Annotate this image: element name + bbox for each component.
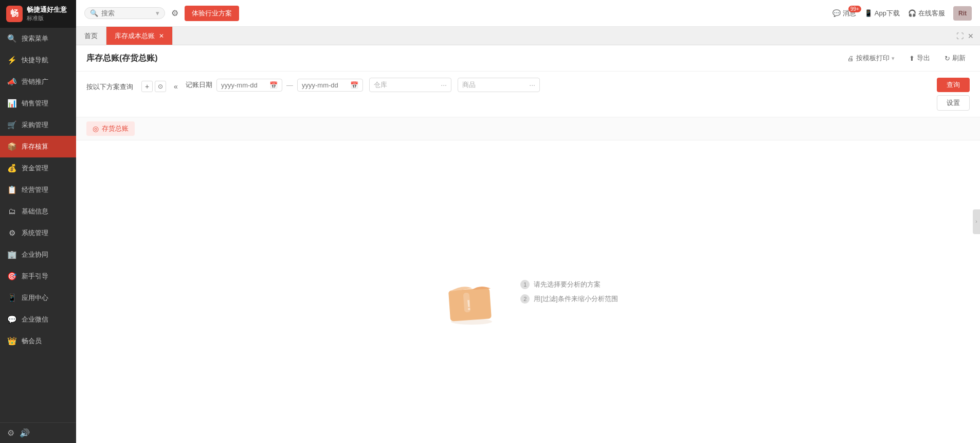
sales-icon: 📊: [7, 99, 16, 108]
sidebar-item-enterprise[interactable]: 🏢 企业协同: [0, 244, 76, 265]
date-separator: —: [286, 81, 293, 89]
message-button[interactable]: 💬 消息 99+: [832, 9, 856, 18]
filter-area: 按以下方案查询 + ⊙ « 记账日期 📅 — 📅: [76, 72, 980, 117]
sidebar-item-purchase[interactable]: 🛒 采购管理: [0, 114, 76, 136]
message-badge: 99+: [848, 6, 861, 12]
system-icon: ⚙: [7, 228, 16, 238]
query-button[interactable]: 查询: [937, 78, 970, 92]
volume-icon[interactable]: 🔊: [20, 428, 30, 438]
main-area: 🔍 ▾ ⚙ 体验行业方案 💬 消息 99+ 📱 App下载 🎧 在线客服 Rit: [76, 0, 980, 443]
sidebar-item-label: 快捷导航: [22, 56, 48, 65]
sidebar-item-marketing[interactable]: 📣 营销推广: [0, 71, 76, 93]
enterprise-icon: 🏢: [7, 250, 16, 259]
warehouse-more-icon[interactable]: ···: [441, 81, 447, 89]
phone-icon: 📱: [864, 9, 873, 17]
tip-num-2: 2: [520, 294, 530, 304]
online-service-button[interactable]: 🎧 在线客服: [908, 9, 945, 18]
sidebar-item-member[interactable]: 👑 畅会员: [0, 330, 76, 352]
sidebar-item-finance[interactable]: 💰 资金管理: [0, 157, 76, 179]
empty-illustration: !: [438, 261, 500, 323]
topbar-gear-icon[interactable]: ⚙: [171, 8, 178, 18]
topbar-search-wrap[interactable]: 🔍 ▾: [84, 7, 165, 19]
basicinfo-icon: 🗂: [7, 207, 16, 216]
app-download-button[interactable]: 📱 App下载: [864, 9, 900, 18]
date-start-input-wrap[interactable]: 📅: [216, 79, 282, 92]
logo-text: 畅捷通好生意 标准版: [27, 5, 67, 23]
settings-button[interactable]: 设置: [937, 95, 970, 111]
sidebar-bottom: ⚙ 🔊: [0, 422, 76, 443]
page-title: 库存总账(存货总账): [86, 53, 158, 64]
filter-add-button[interactable]: +: [141, 81, 153, 92]
date-label: 记账日期: [186, 80, 212, 90]
date-end-input[interactable]: [302, 81, 348, 89]
calendar-end-icon[interactable]: 📅: [350, 81, 358, 89]
app-title: 畅捷通好生意: [27, 5, 67, 14]
sidebar-item-label: 采购管理: [22, 120, 48, 130]
app-subtitle: 标准版: [27, 14, 67, 22]
marketing-icon: 📣: [7, 77, 16, 86]
export-icon: ⬆: [909, 55, 915, 62]
scheme-icon: ◎: [93, 125, 99, 133]
sidebar-item-newguide[interactable]: 🎯 新手引导: [0, 265, 76, 287]
sidebar-item-label: 经营管理: [22, 185, 48, 194]
page-actions: 🖨 按模板打印 ▾ ⬆ 导出 ↻ 刷新: [843, 51, 970, 65]
sidebar-item-shortcut[interactable]: ⚡ 快捷导航: [0, 49, 76, 71]
logo-icon: 畅: [6, 6, 23, 22]
sidebar-item-sales[interactable]: 📊 销售管理: [0, 93, 76, 114]
print-button[interactable]: 🖨 按模板打印 ▾: [843, 51, 899, 65]
sidebar-item-system[interactable]: ⚙ 系统管理: [0, 222, 76, 244]
sidebar-item-search[interactable]: 🔍 搜索菜单: [0, 28, 76, 49]
tabbar: 首页 库存成本总账 ✕ ⛶ ✕: [76, 27, 980, 45]
sidebar-item-appcenter[interactable]: 📱 应用中心: [0, 287, 76, 309]
tab-home[interactable]: 首页: [76, 27, 106, 45]
shortcut-icon: ⚡: [7, 56, 16, 65]
topbar-search-icon: 🔍: [90, 9, 98, 17]
sidebar-item-label: 系统管理: [22, 228, 48, 238]
tab-close-all-icon[interactable]: ✕: [968, 32, 974, 40]
refresh-button[interactable]: ↻ 刷新: [940, 51, 970, 65]
warehouse-select[interactable]: 仓库 ···: [369, 78, 451, 92]
scheme-item-inventory[interactable]: ◎ 存货总账: [86, 121, 135, 136]
member-icon: 👑: [7, 336, 16, 346]
right-panel-toggle[interactable]: ›: [973, 209, 980, 234]
tip-num-1: 1: [520, 280, 530, 289]
sidebar-item-label: 营销推广: [22, 77, 48, 86]
trial-button[interactable]: 体验行业方案: [185, 6, 239, 21]
product-select[interactable]: 商品 ···: [458, 78, 540, 92]
tab-close-icon[interactable]: ✕: [159, 32, 164, 40]
tab-expand-icon[interactable]: ⛶: [956, 32, 964, 40]
filter-plan-button[interactable]: ⊙: [155, 81, 166, 92]
user-avatar[interactable]: Rit: [953, 6, 972, 21]
refresh-icon: ↻: [945, 55, 950, 62]
topbar-search-input[interactable]: [101, 9, 153, 17]
headset-icon: 🎧: [908, 9, 916, 17]
corpwechat-icon: 💬: [7, 315, 16, 324]
date-end-input-wrap[interactable]: 📅: [297, 79, 363, 92]
settings-icon[interactable]: ⚙: [7, 428, 14, 438]
empty-svg-illustration: !: [438, 261, 505, 328]
scheme-area: ◎ 存货总账: [76, 117, 980, 140]
sidebar-item-label: 资金管理: [22, 164, 48, 173]
topbar-search-dropdown-icon[interactable]: ▾: [156, 9, 159, 17]
sidebar-item-operations[interactable]: 📋 经营管理: [0, 179, 76, 201]
empty-tips: 1 请先选择要分析的方案 2 用[过滤]条件来缩小分析范围: [520, 280, 618, 304]
operations-icon: 📋: [7, 185, 16, 194]
date-start-input[interactable]: [221, 81, 267, 89]
sidebar-item-inventory[interactable]: 📦 库存核算: [0, 136, 76, 157]
empty-tip-1: 1 请先选择要分析的方案: [520, 280, 618, 289]
topbar-right: 💬 消息 99+ 📱 App下载 🎧 在线客服 Rit: [832, 6, 972, 21]
product-more-icon[interactable]: ···: [529, 81, 535, 89]
tab-inventory-ledger[interactable]: 库存成本总账 ✕: [106, 27, 173, 45]
search-menu-icon: 🔍: [7, 34, 16, 43]
export-button[interactable]: ⬆ 导出: [905, 51, 934, 65]
sidebar-logo: 畅 畅捷通好生意 标准版: [0, 0, 76, 28]
purchase-icon: 🛒: [7, 120, 16, 130]
sidebar: 畅 畅捷通好生意 标准版 🔍 搜索菜单 ⚡ 快捷导航 📣 营销推广 📊 销售管理…: [0, 0, 76, 443]
sidebar-nav: 🔍 搜索菜单 ⚡ 快捷导航 📣 营销推广 📊 销售管理 🛒 采购管理 📦 库存核…: [0, 28, 76, 422]
sidebar-item-corpwechat[interactable]: 💬 企业微信: [0, 309, 76, 330]
calendar-start-icon[interactable]: 📅: [269, 81, 278, 89]
print-dropdown-icon[interactable]: ▾: [892, 55, 895, 62]
page-header: 库存总账(存货总账) 🖨 按模板打印 ▾ ⬆ 导出 ↻ 刷新: [76, 45, 980, 72]
filter-collapse-button[interactable]: «: [170, 81, 182, 92]
sidebar-item-basicinfo[interactable]: 🗂 基础信息: [0, 201, 76, 222]
